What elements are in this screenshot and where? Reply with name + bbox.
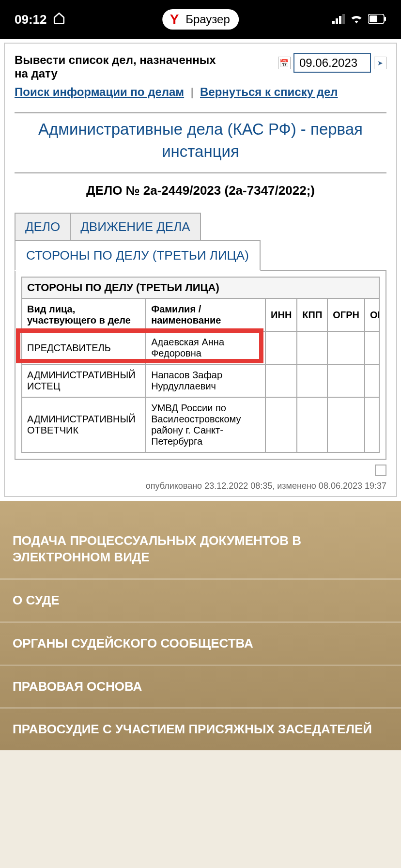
wifi-icon: [350, 12, 363, 27]
battery-icon: [368, 12, 386, 27]
svg-rect-5: [370, 16, 377, 22]
status-time: 09:12: [15, 12, 47, 27]
signal-icon: [332, 12, 345, 27]
calendar-icon[interactable]: 📅: [278, 57, 291, 69]
tab-case[interactable]: ДЕЛО: [15, 213, 71, 241]
th-kpp: КПП: [297, 298, 327, 331]
content-wrapper: Вывести список дел, назначенных на дату …: [0, 39, 401, 501]
svg-rect-1: [336, 18, 338, 24]
table-row: АДМИНИСТРАТИВНЫЙ ИСТЕЦ Напасов Зафар Нур…: [22, 364, 379, 397]
table-row: ПРЕДСТАВИТЕЛЬ Адаевская Анна Федоровна: [22, 331, 379, 364]
cell-kpp: [297, 331, 327, 364]
publication-info: опубликовано 23.12.2022 08:35, изменено …: [15, 481, 386, 491]
menu-item-jury[interactable]: ПРАВОСУДИЕ С УЧАСТИЕМ ПРИСЯЖНЫХ ЗАСЕДАТЕ…: [0, 709, 401, 750]
menu-item-legal[interactable]: ПРАВОВАЯ ОСНОВА: [0, 666, 401, 709]
cell-ogrnip: [365, 364, 379, 397]
home-icon: [53, 12, 65, 28]
go-icon[interactable]: ➤: [374, 57, 386, 69]
menu-item-about[interactable]: О СУДЕ: [0, 580, 401, 623]
link-separator: |: [190, 85, 193, 98]
cell-ogrn: [327, 397, 365, 452]
table-header-row: Вид лица, участвующего в деле Фамилия / …: [22, 298, 379, 331]
status-bar: 09:12 Y Браузер: [0, 0, 401, 39]
case-number: ДЕЛО № 2а-2449/2023 (2а-7347/2022;): [15, 183, 386, 198]
separator-line-2: [15, 172, 386, 173]
tabs-row-2: СТОРОНЫ ПО ДЕЛУ (ТРЕТЬИ ЛИЦА): [15, 240, 386, 271]
cell-ogrnip: [365, 397, 379, 452]
date-box: 📅 ➤: [278, 53, 386, 73]
browser-pill: Y Браузер: [162, 9, 239, 30]
back-to-list-link[interactable]: Вернуться к списку дел: [200, 85, 338, 98]
menu-item-judicial[interactable]: ОРГАНЫ СУДЕЙСКОГО СООБЩЕСТВА: [0, 623, 401, 666]
cell-role: ПРЕДСТАВИТЕЛЬ: [22, 331, 146, 364]
cell-ogrnip: [365, 331, 379, 364]
th-ogrn: ОГРН: [327, 298, 365, 331]
th-ogrnip: ОГРНИП: [365, 298, 379, 331]
cell-name: Напасов Зафар Нурдуллаевич: [146, 364, 265, 397]
th-role: Вид лица, участвующего в деле: [22, 298, 146, 331]
page-title: Административные дела (КАС РФ) - первая …: [15, 118, 386, 163]
status-left: 09:12: [15, 12, 65, 28]
checkbox-indicator[interactable]: [375, 465, 386, 476]
date-input[interactable]: [293, 53, 371, 73]
status-right: [332, 12, 386, 27]
browser-label: Браузер: [185, 13, 230, 26]
cell-ogrn: [327, 331, 365, 364]
svg-rect-6: [385, 17, 386, 21]
separator-line: [15, 112, 386, 113]
footer-menu: ПОДАЧА ПРОЦЕССУАЛЬНЫХ ДОКУМЕНТОВ В ЭЛЕКТ…: [0, 501, 401, 750]
parties-wrapper: Вид лица, участвующего в деле Фамилия / …: [21, 298, 380, 453]
svg-rect-0: [332, 21, 335, 24]
top-row: Вывести список дел, назначенных на дату …: [15, 53, 386, 80]
main-card: Вывести список дел, назначенных на дату …: [4, 43, 397, 497]
cell-name: УМВД России по Василеостровскому району …: [146, 397, 265, 452]
svg-rect-2: [339, 16, 341, 24]
cell-name: Адаевская Анна Федоровна: [146, 331, 265, 364]
tab-parties[interactable]: СТОРОНЫ ПО ДЕЛУ (ТРЕТЬИ ЛИЦА): [15, 240, 261, 271]
tab-content: СТОРОНЫ ПО ДЕЛУ (ТРЕТЬИ ЛИЦА) Вид лица, …: [15, 270, 386, 460]
cell-ogrn: [327, 364, 365, 397]
tabs-row-1: ДЕЛО ДВИЖЕНИЕ ДЕЛА: [15, 213, 386, 241]
yandex-icon: Y: [167, 12, 182, 27]
search-cases-link[interactable]: Поиск информации по делам: [15, 85, 184, 98]
list-label: Вывести список дел, назначенных на дату: [15, 53, 228, 80]
links-row: Поиск информации по делам | Вернуться к …: [15, 85, 386, 99]
cell-inn: [265, 331, 297, 364]
cell-kpp: [297, 364, 327, 397]
svg-rect-3: [342, 14, 345, 24]
cell-inn: [265, 364, 297, 397]
th-inn: ИНН: [265, 298, 297, 331]
menu-item-edoc[interactable]: ПОДАЧА ПРОЦЕССУАЛЬНЫХ ДОКУМЕНТОВ В ЭЛЕКТ…: [0, 520, 401, 580]
table-row: АДМИНИСТРАТИВНЫЙ ОТВЕТЧИК УМВД России по…: [22, 397, 379, 452]
cell-inn: [265, 397, 297, 452]
parties-table: Вид лица, участвующего в деле Фамилия / …: [21, 298, 380, 453]
section-title: СТОРОНЫ ПО ДЕЛУ (ТРЕТЬИ ЛИЦА): [21, 277, 380, 298]
cell-kpp: [297, 397, 327, 452]
cell-role: АДМИНИСТРАТИВНЫЙ ОТВЕТЧИК: [22, 397, 146, 452]
cell-role: АДМИНИСТРАТИВНЫЙ ИСТЕЦ: [22, 364, 146, 397]
th-name: Фамилия / наименование: [146, 298, 265, 331]
tab-movement[interactable]: ДВИЖЕНИЕ ДЕЛА: [70, 213, 200, 241]
